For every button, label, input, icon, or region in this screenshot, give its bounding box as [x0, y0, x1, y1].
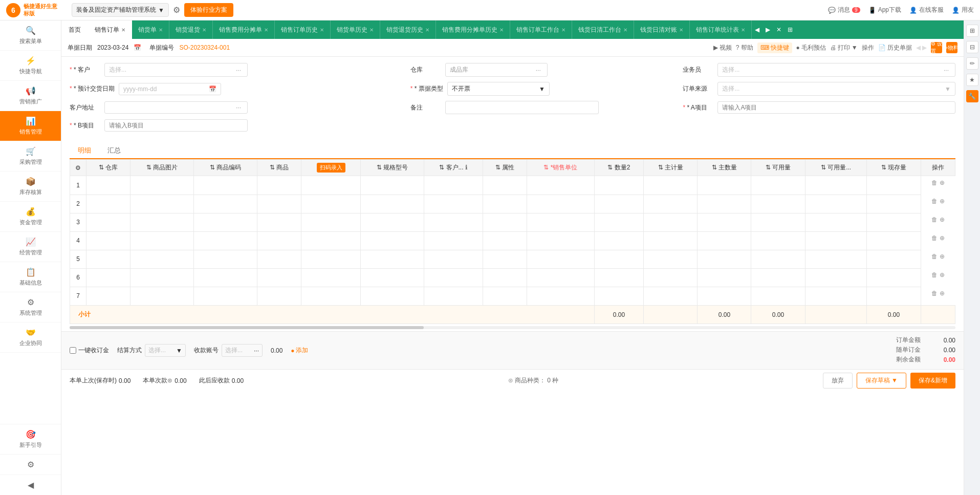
- warehouse-ellipsis[interactable]: ···: [534, 67, 543, 74]
- online-service-btn[interactable]: 👤 在线客服: [909, 6, 944, 14]
- add-material-btn[interactable]: +物料: [946, 42, 957, 53]
- tab-sales-order[interactable]: 销售订单 ✕: [89, 20, 132, 39]
- tab-close-icon[interactable]: ✕: [499, 27, 504, 33]
- row-delete-icon[interactable]: 🗑: [931, 198, 938, 210]
- row-delete-icon[interactable]: 🗑: [931, 216, 938, 228]
- col-product[interactable]: ⇅ 商品: [257, 160, 301, 176]
- row-copy-icon[interactable]: ⊕: [940, 216, 945, 228]
- tab-return-history[interactable]: 销货退货历史 ✕: [380, 20, 436, 39]
- sidebar-item-inventory[interactable]: 📦 库存核算: [0, 171, 61, 202]
- col-scan[interactable]: 扫码录入: [301, 160, 361, 176]
- tab-close-icon[interactable]: ✕: [623, 27, 627, 33]
- tab-expense-history[interactable]: 销售费用分摊单历史 ✕: [436, 20, 510, 39]
- add-btn[interactable]: ● 添加: [291, 346, 308, 355]
- right-panel-btn-4[interactable]: ★: [966, 74, 978, 86]
- sidebar-item-search[interactable]: 🔍 搜索菜单: [0, 20, 61, 51]
- col-qty2[interactable]: ⇅ 数量2: [594, 160, 644, 176]
- col-warehouse[interactable]: ⇅ 仓库: [86, 160, 130, 176]
- shortcuts-btn[interactable]: ⌨ 快捷键: [757, 42, 792, 53]
- tab-close-icon[interactable]: ✕: [425, 27, 429, 33]
- scan-btn[interactable]: 扫码录入: [317, 163, 345, 173]
- sidebar-item-purchase[interactable]: 🛒 采购管理: [0, 141, 61, 171]
- note-input[interactable]: [445, 101, 599, 114]
- right-panel-btn-5[interactable]: 🔧: [966, 90, 978, 102]
- row-copy-icon[interactable]: ⊕: [940, 179, 945, 191]
- draft-chevron[interactable]: ▼: [891, 377, 898, 384]
- row-delete-icon[interactable]: 🗑: [931, 290, 938, 302]
- col-settings[interactable]: ⚙: [70, 160, 86, 176]
- b-project-input[interactable]: [104, 119, 248, 132]
- date-icon[interactable]: 📅: [209, 85, 216, 93]
- tab-sales-delivery[interactable]: 销货单 ✕: [132, 20, 169, 39]
- col-attribute[interactable]: ⇅ 属性: [483, 160, 527, 176]
- col-available2[interactable]: ⇅ 可用量...: [805, 160, 867, 176]
- tab-daily-reconcile[interactable]: 钱货日清对账 ✕: [634, 20, 690, 39]
- app-download-btn[interactable]: 📱 App下载: [868, 6, 901, 14]
- sidebar-item-collaboration[interactable]: 🤝 企业协同: [0, 322, 61, 353]
- tab-close-all[interactable]: ✕: [773, 26, 785, 33]
- right-panel-btn-3[interactable]: ✏: [966, 57, 978, 70]
- sidebar-settings-btn[interactable]: ⚙: [0, 454, 61, 475]
- a-project-input[interactable]: [717, 101, 955, 114]
- row-copy-icon[interactable]: ⊕: [940, 290, 945, 302]
- industry-btn[interactable]: 体验行业方案: [184, 3, 233, 17]
- account-ellipsis[interactable]: ···: [254, 347, 259, 354]
- tab-sales-expense[interactable]: 销售费用分摊单 ✕: [213, 20, 275, 39]
- invoice-select[interactable]: 不开票 ▼: [447, 82, 550, 96]
- account-select[interactable]: 选择... ···: [222, 344, 263, 357]
- sidebar-item-management[interactable]: 📈 经营管理: [0, 232, 61, 262]
- settings-icon[interactable]: ⚙: [173, 5, 180, 15]
- tab-sales-return[interactable]: 销货退货 ✕: [169, 20, 213, 39]
- tab-order-workbench[interactable]: 销售订单工作台 ✕: [510, 20, 572, 39]
- tab-close-icon[interactable]: ✕: [202, 27, 206, 33]
- delivery-input[interactable]: yyyy-mm-dd 📅: [119, 83, 221, 95]
- tab-close-icon[interactable]: ✕: [264, 27, 268, 33]
- row-delete-icon[interactable]: 🗑: [931, 234, 938, 247]
- help-btn[interactable]: ? 帮助: [736, 44, 753, 52]
- tab-daily-workbench[interactable]: 钱货日清工作台 ✕: [572, 20, 634, 39]
- sidebar-item-system[interactable]: ⚙ 系统管理: [0, 292, 61, 322]
- address-input[interactable]: ···: [104, 101, 248, 114]
- tab-close-icon[interactable]: ✕: [320, 27, 324, 33]
- one-click-field[interactable]: 一键收订金: [70, 346, 109, 355]
- table-scroll[interactable]: ⚙ ⇅ 仓库 ⇅ 商品图片 ⇅ 商品编码: [70, 159, 955, 324]
- sidebar-item-guide[interactable]: 🎯 新手引导: [0, 424, 61, 454]
- view-btn[interactable]: ▶ 视频: [713, 44, 732, 52]
- sidebar-item-nav[interactable]: ⚡ 快捷导航: [0, 51, 61, 81]
- system-selector[interactable]: 装备及固定资产辅助管理系统 ▼: [72, 3, 169, 17]
- one-click-checkbox[interactable]: [70, 347, 76, 354]
- profit-btn[interactable]: ● 毛利预估: [796, 44, 826, 52]
- row-copy-icon[interactable]: ⊕: [940, 253, 945, 265]
- customer-input[interactable]: 选择... ···: [104, 63, 248, 77]
- tab-order-history[interactable]: 销售订单历史 ✕: [275, 20, 331, 39]
- tab-statistics[interactable]: 销售订单统计表 ✕: [690, 20, 752, 39]
- notification-btn[interactable]: 💬 消息 9: [828, 6, 860, 14]
- operate-btn[interactable]: 操作: [862, 44, 874, 52]
- col-product-img[interactable]: ⇅ 商品图片: [130, 160, 194, 176]
- sidebar-item-marketing[interactable]: 📢 营销推广: [0, 81, 61, 111]
- tab-delivery-history[interactable]: 销货单历史 ✕: [331, 20, 380, 39]
- tab-summary[interactable]: 汇总: [99, 143, 129, 158]
- scroll-track[interactable]: [61, 324, 964, 331]
- tab-close-icon[interactable]: ✕: [369, 27, 374, 33]
- col-unit[interactable]: ⇅ *销售单位: [527, 160, 594, 176]
- tab-close-icon[interactable]: ✕: [679, 27, 683, 33]
- right-panel-btn-2[interactable]: ⊟: [966, 41, 978, 53]
- row-delete-icon[interactable]: 🗑: [931, 253, 938, 265]
- tab-prev[interactable]: ◀: [752, 26, 763, 33]
- right-panel-btn-1[interactable]: ⊞: [966, 25, 978, 37]
- tab-next[interactable]: ▶: [763, 26, 773, 33]
- sidebar-item-sales[interactable]: 📊 销售管理: [0, 111, 61, 141]
- tab-close-icon[interactable]: ✕: [561, 27, 565, 33]
- row-delete-icon[interactable]: 🗑: [931, 179, 938, 191]
- col-available[interactable]: ⇅ 可用量: [751, 160, 805, 176]
- tab-close-icon[interactable]: ✕: [121, 27, 125, 33]
- sidebar-collapse-btn[interactable]: ◀: [0, 475, 61, 495]
- sidebar-item-finance[interactable]: 💰 资金管理: [0, 202, 61, 232]
- row-copy-icon[interactable]: ⊕: [940, 271, 945, 284]
- calendar-icon[interactable]: 📅: [134, 44, 141, 51]
- tab-more[interactable]: ⊞: [785, 26, 796, 33]
- tab-close-icon[interactable]: ✕: [159, 27, 163, 33]
- save-new-btn[interactable]: 保存&新增: [910, 373, 955, 389]
- col-spec[interactable]: ⇅ 规格型号: [360, 160, 424, 176]
